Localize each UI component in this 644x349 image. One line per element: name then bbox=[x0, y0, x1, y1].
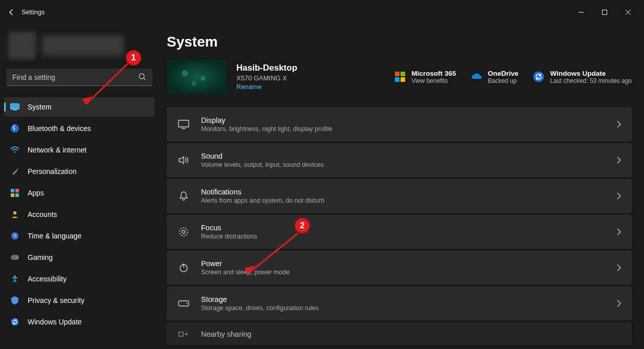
svg-point-18 bbox=[11, 318, 19, 326]
svg-rect-1 bbox=[603, 10, 607, 15]
power-icon bbox=[177, 263, 190, 273]
chevron-right-icon bbox=[617, 228, 621, 235]
device-name: Hasib-Desktop bbox=[236, 63, 297, 73]
nav-label: Accessibility bbox=[28, 275, 66, 283]
gamepad-icon bbox=[10, 254, 19, 260]
card-sub: Storage space, drives, configuration rul… bbox=[201, 304, 319, 312]
nav-item-gaming[interactable]: Gaming bbox=[4, 248, 154, 267]
card-sub: Alerts from apps and system, do not dist… bbox=[201, 197, 324, 204]
status-title: Windows Update bbox=[550, 70, 632, 77]
chevron-right-icon bbox=[617, 121, 621, 128]
nav-item-apps[interactable]: Apps bbox=[4, 183, 154, 203]
svg-rect-19 bbox=[395, 72, 399, 76]
device-model: X570 GAMING X bbox=[236, 74, 297, 82]
chevron-right-icon bbox=[617, 300, 621, 307]
chevron-right-icon bbox=[617, 157, 621, 164]
card-title: Display bbox=[201, 116, 332, 124]
system-icon bbox=[10, 103, 19, 111]
card-sub: Volume levels, output, input, sound devi… bbox=[201, 161, 324, 168]
nav-item-privacy[interactable]: Privacy & security bbox=[4, 291, 154, 310]
update-icon bbox=[10, 318, 19, 326]
page-title: System bbox=[167, 34, 632, 50]
svg-point-31 bbox=[186, 303, 187, 304]
minimize-button[interactable] bbox=[569, 4, 593, 20]
status-sub: Last checked: 53 minutes ago bbox=[550, 77, 632, 84]
annotation-badge-2: 2 bbox=[295, 218, 310, 233]
card-title: Sound bbox=[201, 152, 324, 160]
paintbrush-icon bbox=[10, 167, 19, 176]
svg-rect-4 bbox=[11, 104, 19, 110]
nav-item-network[interactable]: Network & internet bbox=[4, 140, 154, 160]
svg-point-16 bbox=[17, 257, 18, 258]
shield-icon bbox=[10, 296, 19, 304]
ms365-icon bbox=[394, 71, 406, 82]
window-controls bbox=[569, 4, 640, 20]
maximize-button[interactable] bbox=[593, 4, 616, 20]
nav-label: Gaming bbox=[28, 253, 53, 261]
bell-icon bbox=[177, 191, 190, 201]
nav-item-windows-update[interactable]: Windows Update bbox=[4, 312, 154, 332]
svg-rect-10 bbox=[11, 193, 14, 197]
nav-list: System Bluetooth & devices Network & int… bbox=[4, 97, 154, 332]
nav-item-time-language[interactable]: Time & language bbox=[4, 226, 154, 246]
svg-rect-11 bbox=[15, 193, 19, 197]
svg-rect-24 bbox=[179, 120, 189, 127]
nav-label: Personalization bbox=[28, 167, 77, 176]
content-area: System Hasib-Desktop X570 GAMING X Renam… bbox=[159, 25, 644, 349]
annotation-badge-1: 1 bbox=[126, 50, 141, 66]
svg-rect-9 bbox=[15, 189, 19, 192]
title-bar: Settings bbox=[0, 0, 644, 25]
storage-icon bbox=[177, 300, 190, 307]
svg-point-27 bbox=[182, 230, 185, 233]
user-name bbox=[42, 35, 124, 56]
card-power[interactable]: PowerScreen and sleep, power mode bbox=[167, 251, 632, 285]
nav-item-accessibility[interactable]: Accessibility bbox=[4, 269, 154, 289]
svg-rect-20 bbox=[401, 72, 405, 76]
status-ms365[interactable]: Microsoft 365View benefits bbox=[394, 70, 456, 84]
status-sub: View benefits bbox=[412, 77, 456, 84]
person-icon bbox=[10, 210, 19, 219]
rename-link[interactable]: Rename bbox=[236, 83, 297, 91]
svg-point-2 bbox=[139, 74, 144, 79]
chevron-right-icon bbox=[617, 192, 621, 200]
update-icon bbox=[533, 71, 544, 82]
onedrive-icon bbox=[471, 71, 482, 82]
search-icon bbox=[138, 73, 146, 81]
nav-label: Privacy & security bbox=[28, 296, 84, 304]
status-title: Microsoft 365 bbox=[412, 70, 456, 77]
svg-line-33 bbox=[86, 63, 128, 104]
close-button[interactable] bbox=[616, 4, 640, 20]
nav-item-personalization[interactable]: Personalization bbox=[4, 162, 154, 181]
nav-item-bluetooth[interactable]: Bluetooth & devices bbox=[4, 119, 154, 138]
app-title: Settings bbox=[21, 9, 45, 16]
card-sound[interactable]: SoundVolume levels, output, input, sound… bbox=[167, 143, 632, 177]
focus-icon bbox=[177, 227, 190, 237]
device-image bbox=[167, 59, 227, 94]
avatar bbox=[8, 32, 36, 59]
card-nearby-sharing[interactable]: Nearby sharing bbox=[167, 322, 632, 345]
status-title: OneDrive bbox=[488, 70, 519, 77]
card-notifications[interactable]: NotificationsAlerts from apps and system… bbox=[167, 179, 632, 213]
status-sub: Backed up bbox=[488, 77, 519, 84]
card-focus[interactable]: FocusReduce distractions bbox=[167, 215, 632, 249]
nav-item-accounts[interactable]: Accounts bbox=[4, 205, 154, 224]
status-windows-update[interactable]: Windows UpdateLast checked: 53 minutes a… bbox=[533, 70, 632, 84]
card-sub: Monitors, brightness, night light, displ… bbox=[201, 125, 332, 133]
nav-label: Apps bbox=[28, 189, 44, 197]
share-icon bbox=[177, 331, 190, 338]
nav-label: Bluetooth & devices bbox=[28, 124, 91, 133]
settings-cards: DisplayMonitors, brightness, night light… bbox=[167, 107, 632, 345]
svg-line-3 bbox=[144, 78, 145, 80]
card-display[interactable]: DisplayMonitors, brightness, night light… bbox=[167, 107, 632, 141]
card-title: Notifications bbox=[201, 188, 324, 196]
nav-label: Windows Update bbox=[28, 318, 82, 326]
status-onedrive[interactable]: OneDriveBacked up bbox=[471, 70, 519, 84]
back-button[interactable] bbox=[4, 5, 18, 19]
svg-rect-22 bbox=[401, 77, 405, 82]
bluetooth-icon bbox=[10, 124, 19, 133]
display-icon bbox=[177, 120, 190, 129]
svg-point-17 bbox=[14, 275, 16, 277]
svg-point-15 bbox=[16, 256, 17, 257]
annotation-arrow-1 bbox=[77, 60, 133, 112]
card-storage[interactable]: StorageStorage space, drives, configurat… bbox=[167, 287, 632, 320]
